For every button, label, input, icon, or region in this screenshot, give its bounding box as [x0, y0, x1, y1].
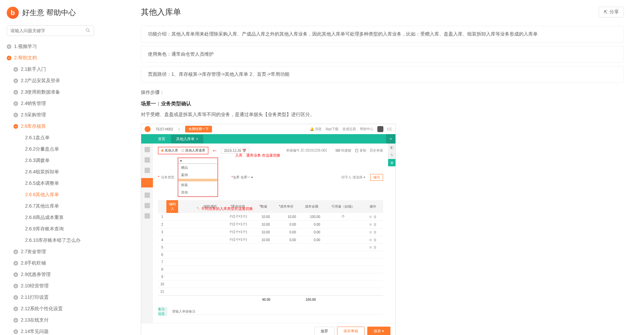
- path-label: 页面路径：: [148, 71, 171, 77]
- nav-2-6-4[interactable]: 2.6.4组装拆卸单: [7, 166, 94, 178]
- svg-line-1: [89, 31, 90, 32]
- ss-account: TEST-H002: [156, 127, 173, 131]
- nav-2-7[interactable]: +2.7资金管理: [7, 246, 94, 258]
- ss-username: CC: [387, 127, 392, 131]
- scene1-title: 场景一：业务类型确认: [141, 101, 624, 107]
- nav-video-learning[interactable]: +1.视频学习: [7, 41, 94, 52]
- plus-icon: +: [13, 67, 18, 72]
- nav-2-6-1[interactable]: 2.6.1盘点单: [7, 132, 94, 144]
- ss-app-link: App下载: [326, 127, 338, 131]
- nav-2-5[interactable]: +2.5采购管理: [7, 109, 94, 121]
- plus-icon: +: [13, 272, 18, 277]
- ss-cancel-button: 放弃: [314, 327, 334, 335]
- ss-rightbar: ◐ ✎ ⚙: [388, 144, 395, 323]
- radio-icon: [181, 149, 184, 152]
- site-title: 好生意 帮助中心: [22, 8, 76, 18]
- ss-draft-button: 保存草稿: [337, 327, 365, 335]
- ss-help-link: 帮助中心: [360, 127, 373, 131]
- search-icon[interactable]: [86, 28, 90, 34]
- ss-avatar-icon: [377, 126, 383, 132]
- plus-icon: +: [13, 284, 18, 288]
- nav-2-6[interactable]: −2.6库存核算: [7, 121, 94, 132]
- ss-date-field: 2019-12-26 📅: [221, 148, 249, 154]
- nav-2-10[interactable]: +2.10经营管理: [7, 280, 94, 292]
- ss-total-qty: 40.00: [262, 298, 270, 301]
- share-icon: ⇱: [604, 9, 608, 15]
- role-box: 使用角色：通常由仓管人员维护: [141, 46, 624, 63]
- ss-history-link: 历史单据: [370, 148, 383, 153]
- plus-icon: +: [13, 318, 18, 323]
- nav-2-6-10[interactable]: 2.6.10库存账本错了怎么办: [7, 235, 94, 246]
- sidebar: b 好生意 帮助中心 +1.视频学习 −2.帮助文档 +2.1新手入门 +2.2…: [0, 0, 101, 335]
- ss-total-amount: 100.00: [306, 298, 316, 301]
- nav-2-1[interactable]: +2.1新手入门: [7, 64, 94, 75]
- ss-table: 编码入 辅助属性*库存信息 *数量*成本单价 成本金额可用量（始端）操作 1个(…: [158, 200, 383, 295]
- nav-2-3[interactable]: +2.3使用前数据准备: [7, 87, 94, 98]
- ss-left-icon: [145, 203, 150, 208]
- ss-deal-link: 促成交易: [342, 127, 356, 131]
- nav-help-docs[interactable]: −2.帮助文档: [7, 52, 94, 64]
- annotation-1: 入库、退库业务 在这里切换: [235, 153, 280, 158]
- search-input[interactable]: [10, 28, 86, 33]
- intro-box: 功能介绍：其他入库单用来处理除采购入库、产成品入库之外的其他入库业务，因此其他入…: [141, 26, 624, 43]
- svg-point-0: [86, 29, 89, 31]
- share-button[interactable]: ⇱ 分享: [599, 7, 624, 17]
- ss-left-icon: [145, 213, 150, 219]
- ss-number-button: 编号: [370, 174, 383, 181]
- nav-2-6-9[interactable]: 2.6.9库存账本查询: [7, 223, 94, 235]
- ss-left-icon: [145, 168, 150, 173]
- ss-left-icon-active: [141, 178, 153, 187]
- nav-2-11[interactable]: +2.11打印设置: [7, 292, 94, 303]
- nav-2-9[interactable]: +2.9优惠券管理: [7, 269, 94, 280]
- arrow-left-icon: ←: [212, 147, 218, 154]
- ss-msg-link: 🔔 消息: [310, 127, 322, 131]
- radio-icon: [161, 149, 164, 152]
- nav-2-6-2[interactable]: 2.6.2分量盘点单: [7, 144, 94, 155]
- main-content: 其他入库单 ⇱ 分享 功能介绍：其他入库单用来处理除采购入库、产成品入库之外的其…: [101, 0, 644, 335]
- logo-area: b 好生意 帮助中心: [7, 7, 94, 19]
- ss-tabs-close-all: ×: [386, 134, 395, 144]
- plus-icon: +: [13, 261, 18, 266]
- path-box: 页面路径：1、库存核算->库存管理->其他入库单 2、首页->常用功能: [141, 66, 624, 83]
- plus-icon: +: [13, 101, 18, 106]
- nav-2-14[interactable]: +2.14常见问题: [7, 326, 94, 335]
- ss-shortcut-link: ⌨ 快捷键: [335, 148, 351, 153]
- ss-topbar: TEST-H002 ▾ 免费续费一下 🔔 消息 App下载 促成交易 帮助中心 …: [141, 124, 395, 134]
- ss-copy-link: 📋 复制: [355, 148, 366, 153]
- nav-2-6-3[interactable]: 2.6.3调拨单: [7, 155, 94, 166]
- nav-2-13[interactable]: +2.13在线支付: [7, 315, 94, 326]
- scene1-desc: 对于受赠、盘盈或是拆装入库等不同的业务，是通过单据头【业务类型】进行区分。: [141, 110, 624, 119]
- intro-text: 其他入库单用来处理除采购入库、产成品入库之外的其他入库业务，因此其他入库单可处理…: [171, 31, 538, 37]
- nav-2-6-5[interactable]: 2.6.5成本调整单: [7, 178, 94, 189]
- ss-tab-current: 其他入库单 ×: [171, 135, 203, 143]
- plus-icon: +: [13, 329, 18, 334]
- intro-label: 功能介绍：: [148, 31, 171, 37]
- ss-radio-group: 其他入库 其他入库退库: [158, 147, 208, 154]
- plus-icon: +: [7, 44, 11, 49]
- role-label: 使用角色：: [148, 51, 171, 57]
- screenshot-image: TEST-H002 ▾ 免费续费一下 🔔 消息 App下载 促成交易 帮助中心 …: [141, 124, 396, 335]
- ss-left-icon: [145, 192, 150, 198]
- plus-icon: +: [13, 90, 18, 95]
- annotation-2: ↖ 不同业务的入库类型在这里切换: [197, 206, 253, 211]
- nav-2-12[interactable]: +2.12系统个性化设置: [7, 303, 94, 315]
- nav-2-6-7[interactable]: 2.6.7其他出库单: [7, 201, 94, 212]
- nav-2-8[interactable]: +2.8手机旺铺: [7, 258, 94, 269]
- remark-icon: 备注信息: [158, 307, 167, 316]
- plus-icon: +: [13, 113, 18, 117]
- steps-label: 操作步骤：: [141, 90, 624, 96]
- search-box[interactable]: [7, 25, 94, 36]
- nav-2-2[interactable]: +2.2产品安装及登录: [7, 75, 94, 87]
- role-text: 通常由仓管人员维护: [171, 51, 214, 57]
- plus-icon: +: [13, 249, 18, 254]
- ss-right-icon: ◐: [388, 144, 395, 151]
- minus-icon: −: [7, 56, 11, 60]
- ss-tabs: 首页 其他入库单 × ×: [141, 134, 395, 144]
- nav-2-6-8[interactable]: 2.6.8商品成本重算: [7, 212, 94, 223]
- close-icon: ×: [196, 137, 198, 141]
- page-header: 其他入库单 ⇱ 分享: [141, 7, 624, 17]
- nav-2-6-6[interactable]: 2.6.6其他入库单: [7, 189, 94, 201]
- ss-footer: 放弃 保存草稿 保存 ▾: [141, 323, 395, 335]
- ss-remark-input: [171, 308, 383, 315]
- nav-2-4[interactable]: +2.4销售管理: [7, 98, 94, 109]
